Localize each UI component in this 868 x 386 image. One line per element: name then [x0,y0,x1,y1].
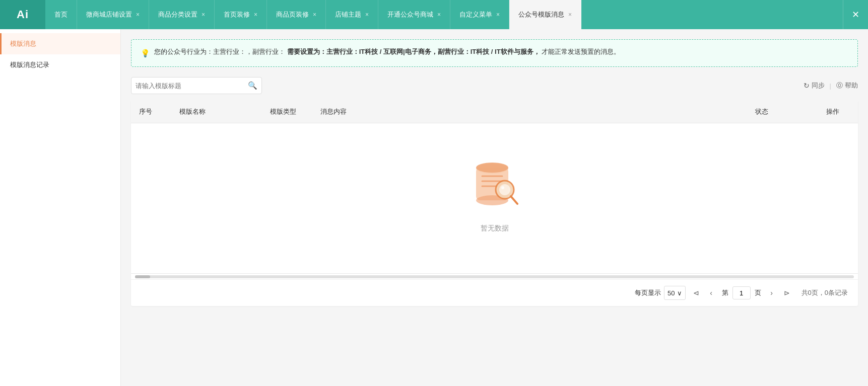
chevron-down-icon: ∨ [677,289,682,297]
sync-icon: ↻ [804,82,810,90]
close-tab-open-wechat[interactable]: × [437,12,441,18]
tab-product-decoration[interactable]: 商品页装修 × [267,0,326,29]
svg-point-10 [501,186,504,189]
scrollbar-thumb[interactable] [135,275,150,278]
tab-template-message[interactable]: 公众号模版消息 × [509,0,581,29]
close-tab-product-decoration[interactable]: × [313,12,316,18]
table-header: 序号 模版名称 模版类型 消息内容 状态 操作 [131,100,858,123]
page-total: 共0页，0条记录 [802,288,848,297]
help-button[interactable]: ⓪ 帮助 [836,81,858,90]
pagination: 每页显示 50 ∨ ⊲ ‹ 第 页 › ⊳ 共0页，0条记录 [131,279,858,306]
question-icon: ⓪ [836,81,843,90]
close-tab-shop-settings[interactable]: × [136,12,140,18]
search-toolbar: 🔍 ↻ 同步 | ⓪ 帮助 [131,77,858,94]
col-header-action: 操作 [808,107,858,116]
tab-open-wechat[interactable]: 开通公众号商城 × [378,0,450,29]
tab-custom-menu[interactable]: 自定义菜单 × [450,0,509,29]
col-header-status: 状态 [747,107,808,116]
close-tab-store-theme[interactable]: × [365,12,369,18]
sidebar-item-template-msg[interactable]: 模版消息 [0,33,120,54]
top-nav: Ai 首页 微商城店铺设置 × 商品分类设置 × 首页装修 × 商品页装修 × … [0,0,868,29]
tab-store-theme[interactable]: 店铺主题 × [326,0,378,29]
tab-category-settings[interactable]: 商品分类设置 × [149,0,215,29]
empty-state: 暂无数据 [131,123,858,273]
lightbulb-icon: 💡 [141,47,150,59]
col-header-name: 模版名称 [171,107,262,116]
industry-alert: 💡 您的公众号行业为：主营行业：，副营行业： 需要设置为：主营行业：IT科技 /… [131,39,858,67]
scrollbar-track[interactable] [135,275,854,278]
tab-home-decoration[interactable]: 首页装修 × [215,0,267,29]
horizontal-scrollbar[interactable] [131,273,858,279]
sidebar-item-template-msg-record[interactable]: 模版消息记录 [0,54,120,75]
col-header-no: 序号 [131,107,171,116]
sync-button[interactable]: ↻ 同步 [804,81,825,90]
page-size-select: 每页显示 50 ∨ [635,286,685,300]
alert-text: 您的公众号行业为：主营行业：，副营行业： 需要设置为：主营行业：IT科技 / 互… [154,47,620,57]
nav-tabs: 首页 微商城店铺设置 × 商品分类设置 × 首页装修 × 商品页装修 × 店铺主… [45,0,843,29]
template-table: 序号 模版名称 模版类型 消息内容 状态 操作 [131,100,858,306]
col-header-type: 模版类型 [262,107,312,116]
close-all-tabs-button[interactable]: ✕ [843,0,868,29]
first-page-button[interactable]: ⊲ [690,286,703,299]
search-icon[interactable]: 🔍 [248,81,257,90]
svg-line-9 [511,196,517,204]
close-tab-template-message[interactable]: × [568,12,572,18]
toolbar-divider: | [830,82,831,90]
svg-point-8 [499,184,510,195]
sidebar: 模版消息 模版消息记录 [0,29,121,386]
col-header-content: 消息内容 [312,107,747,116]
empty-illustration [464,153,525,214]
prev-page-button[interactable]: ‹ [705,286,718,299]
search-input-wrap: 🔍 [131,77,262,94]
search-input[interactable] [136,82,248,90]
page-size-dropdown[interactable]: 50 ∨ [664,286,685,300]
svg-point-3 [476,163,508,173]
content-area: 💡 您的公众号行业为：主营行业：，副营行业： 需要设置为：主营行业：IT科技 /… [121,29,868,386]
page-nav: ⊲ ‹ 第 页 › ⊳ [690,286,793,299]
main-layout: 模版消息 模版消息记录 💡 您的公众号行业为：主营行业：，副营行业： 需要设置为… [0,29,868,386]
tab-shop-settings[interactable]: 微商城店铺设置 × [77,0,149,29]
empty-text: 暂无数据 [481,224,509,233]
app-logo: Ai [0,0,45,29]
close-tab-category-settings[interactable]: × [202,12,205,18]
next-page-button[interactable]: › [765,286,778,299]
last-page-button[interactable]: ⊳ [780,286,793,299]
close-tab-custom-menu[interactable]: × [496,12,500,18]
page-number-input[interactable] [732,286,751,299]
tab-home[interactable]: 首页 [45,0,77,29]
close-tab-home-decoration[interactable]: × [254,12,257,18]
toolbar-right: ↻ 同步 | ⓪ 帮助 [804,81,858,90]
